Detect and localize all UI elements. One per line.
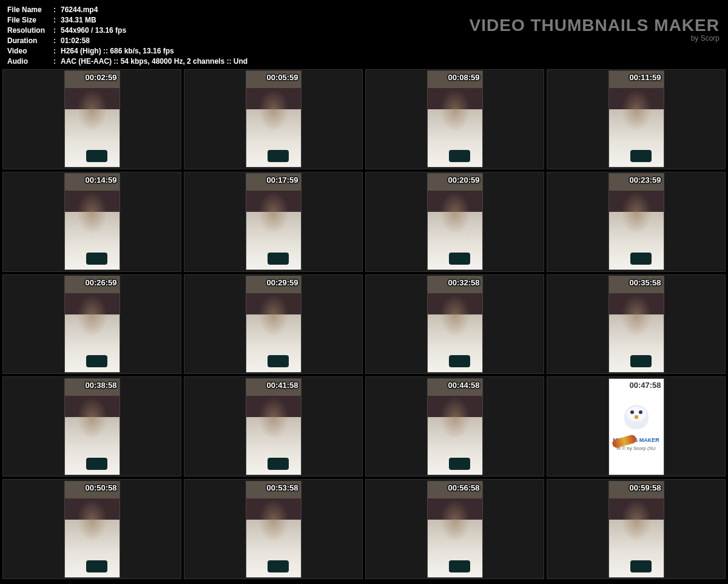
thumbnail-image: 00:29:59 bbox=[246, 276, 302, 373]
thumbnail-cell: 00:26:59 bbox=[2, 274, 181, 375]
thumb-content-shape bbox=[621, 192, 652, 234]
timestamp-label: 00:47:58 bbox=[628, 380, 662, 390]
watermark-thumbnail: 00:47:58 MBNAILS MAKER nt © by Scorp (SU bbox=[608, 378, 664, 475]
thumb-content-shape bbox=[440, 294, 470, 337]
thumbnail-grid: 00:02:59 00:05:59 00:08:59 00:11:59 00:1… bbox=[0, 67, 728, 582]
timestamp-label: 00:17:59 bbox=[265, 175, 299, 185]
thumbnail-image: 00:38:58 bbox=[64, 378, 120, 475]
thumb-object bbox=[86, 355, 107, 367]
thumb-content-shape bbox=[621, 294, 652, 337]
timestamp-label: 00:35:58 bbox=[628, 277, 662, 288]
thumbnail-cell: 00:59:58 bbox=[547, 479, 726, 579]
meta-row-audio: Audio : AAC (HE-AAC) :: 54 kbps, 48000 H… bbox=[7, 56, 248, 67]
thumbnail-image: 00:53:58 bbox=[246, 481, 302, 578]
timestamp-label: 00:26:59 bbox=[84, 277, 118, 288]
owl-icon bbox=[618, 402, 655, 432]
thumb-content-shape bbox=[440, 192, 470, 234]
header-bar: File Name : 76244.mp4 File Size : 334.31… bbox=[0, 0, 728, 67]
timestamp-label: 00:11:59 bbox=[628, 72, 662, 83]
thumbnail-cell: 00:23:59 bbox=[547, 172, 726, 272]
thumb-object bbox=[268, 150, 289, 162]
filesize-label: File Size bbox=[7, 15, 53, 25]
branding-block: VIDEO THUMBNAILS MAKER by Scorp bbox=[470, 5, 721, 63]
thumbnail-cell: 00:53:58 bbox=[184, 479, 363, 579]
thumb-content-shape bbox=[77, 397, 107, 440]
thumb-object bbox=[449, 355, 470, 367]
thumb-object bbox=[86, 560, 107, 572]
thumb-object bbox=[268, 253, 289, 265]
thumbnail-image: 00:11:59 bbox=[608, 70, 664, 168]
thumb-object bbox=[268, 560, 289, 572]
thumbnail-image: 00:26:59 bbox=[64, 276, 120, 373]
duration-label: Duration bbox=[7, 36, 53, 46]
thumb-content-shape bbox=[440, 500, 470, 542]
thumbnail-image: 00:17:59 bbox=[246, 173, 302, 270]
timestamp-label: 00:02:59 bbox=[84, 72, 118, 83]
thumbnail-image: 00:20:59 bbox=[427, 173, 483, 270]
thumb-object bbox=[268, 458, 289, 470]
thumbnail-cell: 00:56:58 bbox=[365, 479, 544, 579]
thumb-object bbox=[630, 560, 652, 572]
thumbnail-cell: 00:14:59 bbox=[2, 172, 181, 272]
thumbnail-cell: 00:02:59 bbox=[2, 69, 181, 169]
video-value: H264 (High) :: 686 kb/s, 13.16 fps bbox=[61, 46, 174, 56]
thumb-object bbox=[449, 560, 470, 572]
audio-value: AAC (HE-AAC) :: 54 kbps, 48000 Hz, 2 cha… bbox=[61, 56, 248, 67]
thumbnail-image: 00:50:58 bbox=[64, 481, 120, 578]
thumb-content-shape bbox=[77, 192, 107, 234]
timestamp-label: 00:08:59 bbox=[447, 72, 480, 83]
audio-label: Audio bbox=[7, 56, 53, 67]
thumb-content-shape bbox=[621, 500, 652, 542]
filename-label: File Name bbox=[7, 5, 53, 15]
thumb-object bbox=[86, 458, 107, 470]
timestamp-label: 00:29:59 bbox=[265, 277, 299, 288]
thumb-object bbox=[449, 253, 470, 265]
meta-sep: : bbox=[53, 5, 61, 15]
thumbnail-image: 00:56:58 bbox=[427, 481, 483, 578]
thumbnail-cell: 00:41:58 bbox=[184, 376, 363, 477]
thumb-content-shape bbox=[440, 397, 470, 440]
thumbnail-image: 00:02:59 bbox=[64, 70, 120, 168]
timestamp-label: 00:20:59 bbox=[447, 175, 480, 185]
meta-sep: : bbox=[53, 15, 61, 25]
thumb-object bbox=[630, 150, 652, 162]
brand-title: VIDEO THUMBNAILS MAKER bbox=[470, 16, 720, 35]
meta-sep: : bbox=[53, 36, 61, 46]
meta-sep: : bbox=[53, 46, 61, 56]
timestamp-label: 00:23:59 bbox=[628, 175, 662, 185]
thumbnail-image: 00:08:59 bbox=[427, 70, 483, 168]
thumbnail-cell: 00:32:58 bbox=[365, 274, 544, 375]
thumbnail-cell: 00:29:59 bbox=[184, 274, 363, 375]
thumbnail-image: 00:35:58 bbox=[608, 276, 664, 373]
thumb-content-shape bbox=[258, 500, 289, 542]
meta-sep: : bbox=[53, 25, 61, 36]
thumb-content-shape bbox=[440, 89, 470, 132]
thumb-content-shape bbox=[258, 89, 289, 132]
meta-row-filename: File Name : 76244.mp4 bbox=[7, 5, 248, 15]
filename-value: 76244.mp4 bbox=[61, 5, 98, 15]
thumbnail-cell: 00:47:58 MBNAILS MAKER nt © by Scorp (SU bbox=[547, 376, 726, 477]
thumbnail-cell: 00:17:59 bbox=[184, 172, 363, 272]
brand-subtitle: by Scorp bbox=[470, 34, 720, 42]
thumbnail-image: 00:44:58 bbox=[427, 378, 483, 475]
metadata-block: File Name : 76244.mp4 File Size : 334.31… bbox=[7, 5, 248, 63]
thumb-content-shape bbox=[77, 89, 107, 132]
thumbnail-image: 00:14:59 bbox=[64, 173, 120, 270]
thumbnail-image: 00:41:58 bbox=[246, 378, 302, 475]
thumbnail-cell: 00:08:59 bbox=[365, 69, 544, 169]
thumbnail-image: 00:59:58 bbox=[608, 481, 664, 578]
timestamp-label: 00:59:58 bbox=[628, 483, 662, 493]
duration-value: 01:02:58 bbox=[61, 36, 90, 46]
timestamp-label: 00:44:58 bbox=[447, 380, 480, 390]
timestamp-label: 00:56:58 bbox=[447, 483, 480, 493]
thumb-content-shape bbox=[621, 89, 652, 132]
thumbnail-cell: 00:11:59 bbox=[547, 69, 726, 169]
thumbnail-cell: 00:44:58 bbox=[365, 376, 544, 477]
timestamp-label: 00:50:58 bbox=[84, 483, 118, 493]
thumb-object bbox=[449, 458, 470, 470]
meta-row-filesize: File Size : 334.31 MB bbox=[7, 15, 248, 25]
thumbnail-cell: 00:05:59 bbox=[184, 69, 363, 169]
timestamp-label: 00:53:58 bbox=[265, 483, 299, 493]
thumbnail-cell: 00:35:58 bbox=[547, 274, 726, 375]
thumbnail-image: 00:23:59 bbox=[608, 173, 664, 270]
